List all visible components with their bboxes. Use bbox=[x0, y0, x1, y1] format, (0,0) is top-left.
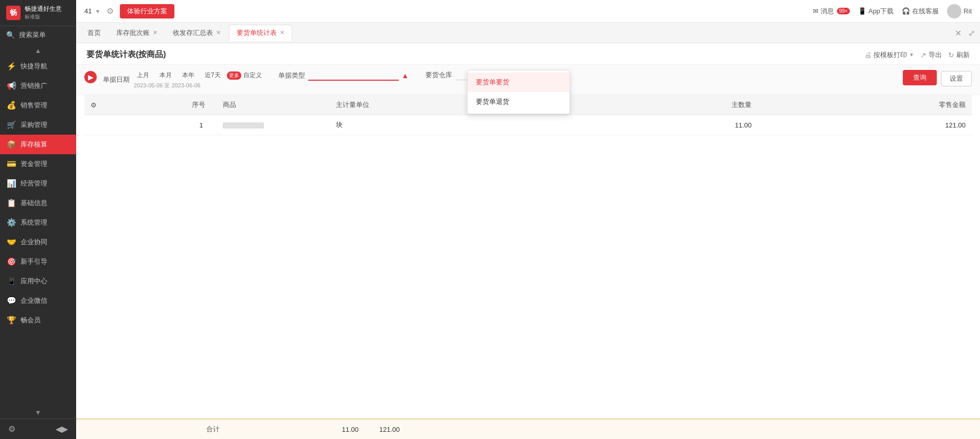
tab-home[interactable]: 首页 bbox=[80, 25, 108, 41]
user-avatar[interactable]: Rit bbox=[947, 4, 972, 19]
service-label: 在线客服 bbox=[912, 7, 939, 16]
sidebar-scroll-up[interactable]: ▲ bbox=[0, 45, 76, 57]
sidebar-item-operation[interactable]: 📊 经营管理 bbox=[0, 174, 76, 193]
service-button[interactable]: 🎧 在线客服 bbox=[902, 7, 939, 16]
dropdown-item-order-goods[interactable]: 要货单要货 bbox=[468, 72, 569, 92]
settings-button[interactable]: 设置 bbox=[941, 71, 972, 86]
row-quantity-cell[interactable]: 11.00 bbox=[580, 115, 758, 135]
date-last-7days[interactable]: 近7天 bbox=[201, 70, 225, 81]
enterprise-icon: 🤝 bbox=[6, 237, 16, 247]
logo-title: 畅捷通好生意 bbox=[25, 5, 62, 13]
service-icon: 🎧 bbox=[902, 7, 910, 15]
export-button[interactable]: ↗ 导出 bbox=[920, 50, 942, 60]
sidebar-search[interactable]: 🔍 搜索菜单 bbox=[0, 26, 76, 44]
refresh-icon: ↻ bbox=[948, 51, 954, 59]
sidebar-items-list: ⚡ 快捷导航 📢 营销推广 💰 销售管理 🛒 采购管理 📦 库存核算 💳 资金管… bbox=[0, 57, 76, 407]
message-icon: ✉ bbox=[813, 7, 818, 15]
sidebar-item-newbie[interactable]: 🎯 新手引导 bbox=[0, 252, 76, 271]
sidebar-bottom: ⚙ ◀▶ bbox=[0, 418, 76, 439]
page-body: 要货单统计表(按商品) 🖨 按模板打印 ▼ ↗ 导出 ↻ 刷新 ▶ bbox=[76, 43, 980, 439]
bottom-toggle-icon[interactable]: ◀▶ bbox=[56, 424, 68, 434]
tab-order-summary[interactable]: 要货单统计表 ✕ bbox=[229, 25, 292, 41]
messages-button[interactable]: ✉ 消息 99+ bbox=[813, 7, 850, 16]
sidebar-item-sales[interactable]: 💰 销售管理 bbox=[0, 96, 76, 115]
doctype-dropdown: 要货单要货 要货单退货 bbox=[467, 70, 570, 114]
messages-label: 消息 bbox=[821, 7, 834, 16]
store-selector[interactable]: 41 ▼ bbox=[84, 7, 100, 15]
sidebar-item-inventory[interactable]: 📦 库存核算 bbox=[0, 135, 76, 154]
topbar-settings-icon[interactable]: ⚙ bbox=[106, 6, 114, 16]
query-button[interactable]: 查询 bbox=[903, 70, 937, 85]
date-this-month[interactable]: 本月 bbox=[155, 70, 176, 81]
date-range-display: 2023-05-06 至 2023-06-06 bbox=[134, 82, 262, 89]
total-label: 合计 bbox=[200, 425, 324, 434]
date-more-badge[interactable]: 更多 bbox=[227, 71, 241, 80]
avatar-image bbox=[947, 4, 961, 19]
enterprise-label: 企业协同 bbox=[21, 237, 47, 247]
finance-label: 资金管理 bbox=[21, 159, 47, 169]
doctype-input[interactable] bbox=[308, 70, 399, 81]
logo-subtitle: 标准版 bbox=[25, 13, 62, 21]
app-icon: 📱 bbox=[858, 7, 866, 15]
date-last-month[interactable]: 上月 bbox=[133, 70, 153, 81]
member-icon: 🏆 bbox=[6, 316, 16, 325]
tab-receivable-close[interactable]: ✕ bbox=[216, 29, 221, 36]
topbar-right: ✉ 消息 99+ 📱 App下载 🎧 在线客服 Rit bbox=[813, 4, 972, 19]
basic-label: 基础信息 bbox=[21, 198, 47, 208]
tabs-close-all-icon[interactable]: ✕ bbox=[955, 28, 961, 38]
doctype-filter-label: 单据类型 bbox=[278, 71, 305, 80]
sidebar-item-member[interactable]: 🏆 畅会员 bbox=[0, 310, 76, 330]
trial-button[interactable]: 体验行业方案 bbox=[120, 4, 174, 19]
export-icon: ↗ bbox=[920, 51, 926, 59]
tabs-expand-icon[interactable]: ⤢ bbox=[968, 28, 975, 38]
tab-order-summary-label: 要货单统计表 bbox=[237, 28, 277, 38]
table-settings-icon: ⚙ bbox=[91, 101, 97, 109]
quick-nav-icon: ⚡ bbox=[6, 62, 16, 71]
app-download-button[interactable]: 📱 App下载 bbox=[858, 7, 894, 16]
sidebar-item-purchase[interactable]: 🛒 采购管理 bbox=[0, 115, 76, 135]
sidebar-scroll-down[interactable]: ▼ bbox=[0, 407, 76, 418]
row-num-cell: 1 bbox=[186, 115, 217, 135]
sales-icon: 💰 bbox=[6, 101, 16, 110]
marketing-label: 营销推广 bbox=[21, 81, 47, 90]
date-this-year[interactable]: 本年 bbox=[178, 70, 199, 81]
warehouse-filter-label: 要货仓库 bbox=[425, 70, 452, 80]
sidebar-item-basic[interactable]: 📋 基础信息 bbox=[0, 193, 76, 213]
system-label: 系统管理 bbox=[21, 218, 47, 227]
date-custom-btn[interactable]: 自定义 bbox=[243, 71, 262, 80]
sidebar-item-finance[interactable]: 💳 资金管理 bbox=[0, 154, 76, 174]
tab-receivable-summary[interactable]: 收发存汇总表 ✕ bbox=[166, 25, 228, 41]
tab-inventory-batch[interactable]: 库存批次账 ✕ bbox=[109, 25, 165, 41]
dropdown-item-order-return[interactable]: 要货单退货 bbox=[468, 92, 569, 112]
row-amount-cell[interactable]: 121.00 bbox=[758, 115, 972, 135]
col-num-header: 序号 bbox=[186, 95, 217, 115]
col-product-header: 商品 bbox=[217, 95, 330, 115]
sidebar-item-marketing[interactable]: 📢 营销推广 bbox=[0, 76, 76, 96]
total-row: 合计 11.00 121.00 bbox=[76, 418, 980, 439]
filter-expand-button[interactable]: ▶ bbox=[84, 71, 97, 83]
doctype-chevron-icon[interactable]: ▲ bbox=[402, 71, 409, 80]
wechat-label: 企业微信 bbox=[21, 296, 47, 305]
operation-label: 经营管理 bbox=[21, 179, 47, 188]
bottom-settings-icon[interactable]: ⚙ bbox=[8, 424, 15, 434]
refresh-button[interactable]: ↻ 刷新 bbox=[948, 50, 970, 60]
col-settings-header[interactable]: ⚙ bbox=[84, 95, 186, 115]
sidebar-item-enterprise[interactable]: 🤝 企业协同 bbox=[0, 232, 76, 252]
sidebar-item-system[interactable]: ⚙️ 系统管理 bbox=[0, 213, 76, 232]
total-amount: 121.00 bbox=[365, 426, 406, 433]
row-product-cell bbox=[217, 115, 330, 135]
date-filter: 单据日期 上月 本月 本年 近7天 更多 自定义 2023-05-06 至 20… bbox=[103, 70, 262, 89]
tab-order-summary-close[interactable]: ✕ bbox=[280, 29, 284, 36]
col-quantity-header: 主数量 bbox=[580, 95, 758, 115]
sidebar-item-appstore[interactable]: 📱 应用中心 bbox=[0, 271, 76, 291]
tab-inventory-batch-close[interactable]: ✕ bbox=[153, 29, 157, 36]
page-header-actions: 🖨 按模板打印 ▼ ↗ 导出 ↻ 刷新 bbox=[864, 50, 970, 60]
page-title: 要货单统计表(按商品) bbox=[86, 49, 166, 60]
print-chevron-icon: ▼ bbox=[909, 52, 914, 58]
sidebar-item-quick-nav[interactable]: ⚡ 快捷导航 bbox=[0, 57, 76, 76]
print-button[interactable]: 🖨 按模板打印 ▼ bbox=[864, 50, 914, 60]
doctype-filter: 单据类型 ▲ bbox=[278, 70, 409, 81]
sidebar-item-wechat[interactable]: 💬 企业微信 bbox=[0, 291, 76, 310]
date-filter-label: 单据日期 bbox=[103, 75, 130, 84]
user-name: Rit bbox=[964, 7, 972, 15]
